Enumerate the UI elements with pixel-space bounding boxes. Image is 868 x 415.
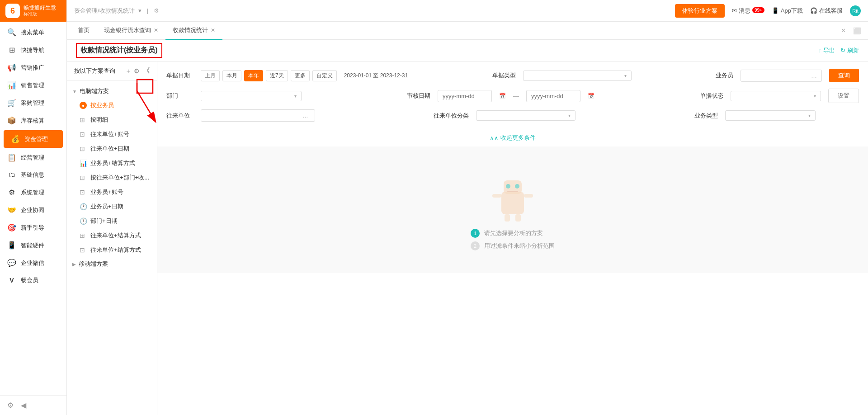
sidebar-item-system[interactable]: ⚙ 系统管理 <box>0 184 66 201</box>
settings-icon[interactable]: ⚙ <box>154 7 159 14</box>
scheme-item-staff-date[interactable]: 🕐 业务员+日期 <box>71 199 157 214</box>
date-options: 上月 本月 本年 近7天 更多 自定义 <box>201 70 337 81</box>
footer-settings-icon[interactable]: ⚙ <box>7 401 14 410</box>
sidebar-item-sales[interactable]: 📊 销售管理 <box>0 76 66 94</box>
tab-collection[interactable]: 收款情况统计 ✕ <box>165 22 222 40</box>
partner-more-icon[interactable]: … <box>302 112 308 119</box>
scheme-item-staff-account[interactable]: ⊡ 业务员+账号 <box>71 185 157 199</box>
export-btn[interactable]: ↑ 导出 <box>819 47 835 55</box>
business-type-select[interactable]: ▾ <box>725 110 816 121</box>
step1-label: 请先选择要分析的方案 <box>484 229 543 237</box>
sidebar-item-purchase[interactable]: 🛒 采购管理 <box>0 94 66 112</box>
staff-select[interactable]: … <box>741 70 822 82</box>
filter-section: 单据日期 上月 本月 本年 近7天 更多 自定义 2023-01-01 至 20… <box>157 61 868 129</box>
tab-fullscreen-icon[interactable]: ⬜ <box>849 27 864 34</box>
review-date-end[interactable] <box>526 90 580 102</box>
bill-type-select[interactable]: ▾ <box>523 71 632 81</box>
footer-collapse-icon[interactable]: ◀ <box>21 401 26 410</box>
scheme-panel-title: 按以下方案查询 <box>74 67 115 75</box>
date-btn-custom[interactable]: 自定义 <box>312 70 337 81</box>
scheme-item-partner-date[interactable]: ⊡ 往来单位+日期 <box>71 141 157 156</box>
user-name[interactable]: Rit <box>850 5 861 16</box>
empty-illustration <box>490 169 535 223</box>
tab-bank-close[interactable]: ✕ <box>154 27 158 33</box>
sidebar-label-enterprise: 企业协同 <box>21 206 44 214</box>
svg-rect-9 <box>492 194 501 198</box>
sidebar-item-search[interactable]: 🔍 搜索菜单 <box>0 24 66 41</box>
date-btn-this-year[interactable]: 本年 <box>244 70 263 81</box>
scheme-group-desktop: ▼ 电脑端方案 ● 按业务员 ⊞ 按明细 ⊡ <box>67 85 157 257</box>
sidebar-item-enterprise[interactable]: 🤝 企业协同 <box>0 201 66 219</box>
sidebar-label-system: 系统管理 <box>21 189 44 197</box>
scheme-list: ▼ 电脑端方案 ● 按业务员 ⊞ 按明细 ⊡ <box>67 81 157 415</box>
tab-home[interactable]: 首页 <box>71 22 97 40</box>
sidebar-label-basic: 基础信息 <box>21 171 44 179</box>
partner-category-select[interactable]: ▾ <box>476 110 576 121</box>
scheme-group-desktop-header[interactable]: ▼ 电脑端方案 <box>67 85 157 98</box>
sidebar-item-hardware[interactable]: 📱 智能硬件 <box>0 236 66 254</box>
active-dot-icon: ● <box>80 102 87 109</box>
scheme-item-by-partner-dept[interactable]: ⊡ 按往来单位+部门+收... <box>71 170 157 185</box>
scheme-item-partner-settlement1[interactable]: ⊞ 往来单位+结算方式 <box>71 228 157 243</box>
settings-btn[interactable]: 设置 <box>828 89 859 103</box>
svg-point-7 <box>515 184 519 189</box>
partner-dept-icon: ⊡ <box>80 174 87 181</box>
svg-point-6 <box>506 184 510 189</box>
page-actions: ↑ 导出 ↻ 刷新 <box>819 47 859 55</box>
scheme-group-mobile-header[interactable]: ▶ 移动端方案 <box>67 257 157 271</box>
date-btn-last-month[interactable]: 上月 <box>201 70 220 81</box>
scheme-item-by-detail[interactable]: ⊞ 按明细 <box>71 113 157 127</box>
review-date-start-icon: 📅 <box>499 93 506 99</box>
tab-collection-close[interactable]: ✕ <box>211 27 215 33</box>
scheme-item-partner-account[interactable]: ⊡ 往来单位+账号 <box>71 127 157 141</box>
date-btn-more[interactable]: 更多 <box>291 70 310 81</box>
online-service-action[interactable]: 🎧 在线客服 <box>810 7 843 15</box>
trial-btn[interactable]: 体验行业方案 <box>675 4 725 18</box>
sidebar-label-inventory: 库存核算 <box>21 117 44 125</box>
top-header: 资金管理/收款情况统计 ▾ | ⚙ 体验行业方案 ✉ 消息 99+ 📱 App下… <box>67 0 868 22</box>
sidebar-item-finance[interactable]: 💰 资金管理 <box>4 130 63 148</box>
partner-select[interactable]: … <box>201 109 315 122</box>
date-btn-this-month[interactable]: 本月 <box>222 70 241 81</box>
sidebar-item-operations[interactable]: 📋 经营管理 <box>0 149 66 166</box>
business-type-label: 业务类型 <box>694 112 718 120</box>
empty-step-1: 1 请先选择要分析的方案 <box>471 229 555 238</box>
scheme-item-by-staff[interactable]: ● 按业务员 <box>71 98 157 113</box>
message-action[interactable]: ✉ 消息 99+ <box>732 7 764 15</box>
marketing-icon: 📢 <box>7 63 16 72</box>
staff-more-icon[interactable]: … <box>811 72 817 79</box>
query-btn[interactable]: 查询 <box>829 69 859 82</box>
tab-bank[interactable]: 现金银行流水查询 ✕ <box>97 22 165 40</box>
breadcrumb-dropdown-icon[interactable]: ▾ <box>138 7 142 14</box>
sidebar-item-inventory[interactable]: 📦 库存核算 <box>0 112 66 129</box>
sidebar-item-marketing[interactable]: 📢 营销推广 <box>0 59 66 76</box>
collapse-more-btn[interactable]: ∧∧ 收起更多条件 <box>157 129 868 146</box>
sidebar-item-vip[interactable]: V 畅会员 <box>0 272 66 289</box>
scheme-item-label-partner-settlement1: 往来单位+结算方式 <box>90 231 141 240</box>
refresh-btn[interactable]: ↻ 刷新 <box>840 47 859 55</box>
scheme-collapse-icon[interactable]: 《 <box>143 67 150 75</box>
svg-rect-8 <box>507 191 518 192</box>
sidebar-item-guide[interactable]: 🎯 新手引导 <box>0 219 66 236</box>
sidebar-item-wechat[interactable]: 💬 企业微信 <box>0 254 66 272</box>
scheme-settings-icon[interactable]: ⚙ <box>134 67 140 75</box>
filter-row-2: 部门 ▾ 审核日期 📅 — 📅 单据状态 <box>166 89 859 103</box>
partner-label: 往来单位 <box>166 112 193 120</box>
date-range-display: 2023-01-01 至 2023-12-31 <box>344 72 408 80</box>
sidebar-item-quicknav[interactable]: ⊞ 快捷导航 <box>0 41 66 59</box>
scheme-item-staff-settlement[interactable]: 📊 业务员+结算方式 <box>71 156 157 170</box>
sidebar-item-basic[interactable]: 🗂 基础信息 <box>0 166 66 184</box>
bill-status-select[interactable]: ▾ <box>731 91 821 101</box>
sidebar-label-hardware: 智能硬件 <box>21 241 44 250</box>
header-left: 资金管理/收款情况统计 ▾ | ⚙ <box>74 7 159 15</box>
tab-close-all-icon[interactable]: ✕ <box>837 27 849 34</box>
scheme-add-icon[interactable]: + <box>127 67 130 75</box>
app-download-action[interactable]: 📱 App下载 <box>772 7 803 15</box>
review-date-start[interactable] <box>438 90 492 102</box>
scheme-item-partner-settlement2[interactable]: ⊡ 往来单位+结算方式 <box>71 243 157 257</box>
scheme-item-label-staff-date: 业务员+日期 <box>90 203 123 211</box>
scheme-item-dept-date[interactable]: 🕐 部门+日期 <box>71 214 157 228</box>
dept-select[interactable]: ▾ <box>201 91 302 101</box>
system-icon: ⚙ <box>7 188 16 197</box>
date-btn-7days[interactable]: 近7天 <box>266 70 288 81</box>
